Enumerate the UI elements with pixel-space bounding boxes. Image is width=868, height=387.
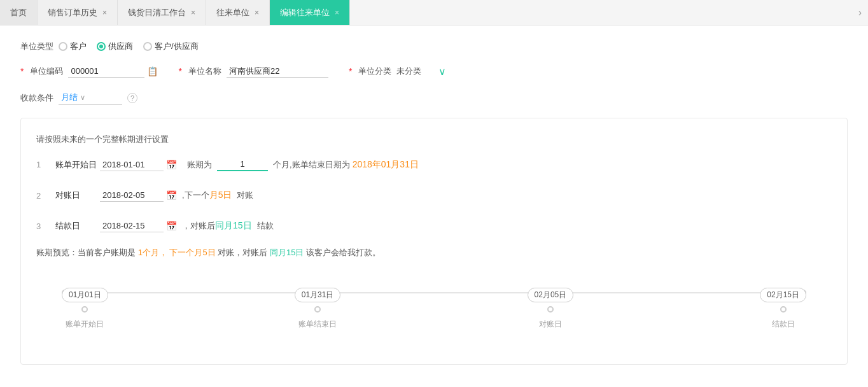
preview-text: 账期预览：当前客户账期是 1个月， 下一个月5日 对账，对账后 同月15日 该客… <box>36 245 832 260</box>
unit-name-input[interactable] <box>227 65 328 78</box>
tab-bar: 首页 销售订单历史 × 钱货日清工作台 × 往来单位 × 编辑往来单位 × › <box>0 0 868 25</box>
period-row3-after: 结款 <box>257 220 274 232</box>
unit-name-label: 单位名称 <box>188 66 221 77</box>
preview-part2: 下一个月5日 <box>169 248 215 257</box>
payment-terms-chevron: ∨ <box>80 94 85 102</box>
period-row-2: 2 对账日 📅 ,下一个 月5日 对账 <box>36 189 832 202</box>
timeline-badge-4: 02月15日 <box>760 288 806 302</box>
timeline-label-2: 账单结束日 <box>298 319 337 330</box>
timeline-nodes: 01月01日 账单开始日 01月31日 账单结束日 02月05日 对账日 <box>36 288 832 330</box>
unit-code-label: 单位编码 <box>30 66 63 77</box>
preview-label: 账期预览：当前客户账期是 <box>36 248 136 257</box>
period-label-3: 结款日 <box>55 220 100 232</box>
preview-part1: 1个月， <box>138 248 167 257</box>
unit-code-input-wrap: 📋 <box>68 65 158 78</box>
timeline-badge-3: 02月05日 <box>528 288 574 302</box>
unit-class-value: 未分类 <box>396 66 435 77</box>
period-months-input[interactable] <box>217 158 268 171</box>
period-date-2-icon[interactable]: 📅 <box>166 190 177 201</box>
period-date-3-icon[interactable]: 📅 <box>166 221 177 231</box>
radio-customer[interactable]: 客户 <box>59 41 87 52</box>
period-date-3-wrap: 📅 <box>100 220 177 232</box>
period-date-1-input[interactable] <box>100 158 164 171</box>
timeline-label-3: 对账日 <box>539 319 562 330</box>
payment-terms-label: 收款条件 <box>20 92 53 104</box>
close-tab-edit-partner[interactable]: × <box>335 8 339 17</box>
unit-name-group: * 单位名称 <box>178 65 328 78</box>
radio-customer-circle <box>59 42 67 51</box>
period-row2-after: 对账 <box>237 190 253 201</box>
name-required: * <box>178 66 181 76</box>
period-label-1: 账单开始日 <box>55 159 100 171</box>
unit-class-group: * 单位分类 未分类 ∨ <box>349 66 446 78</box>
unit-class-select-group: 未分类 ∨ <box>396 66 446 78</box>
period-date-1-wrap: 📅 <box>100 158 177 171</box>
timeline-node-3: 02月05日 对账日 <box>528 288 574 330</box>
timeline-label-4: 结款日 <box>772 319 795 330</box>
period-label-2: 对账日 <box>55 190 100 201</box>
period-date-2-wrap: 📅 <box>100 189 177 202</box>
unit-type-row: 单位类型 客户 供应商 客户/供应商 <box>20 41 848 52</box>
preview-middle: 对账，对账后 <box>218 248 267 257</box>
unit-code-group: * 单位编码 📋 <box>20 65 158 78</box>
tab-partner-unit[interactable]: 往来单位 × <box>206 0 270 25</box>
class-required: * <box>349 66 352 76</box>
period-desc-after-1: 个月,账单结束日期为 <box>273 159 350 171</box>
unit-type-group: 单位类型 客户 供应商 客户/供应商 <box>20 41 199 52</box>
period-row-1: 1 账单开始日 📅 账期为 个月,账单结束日期为 2018年01月31日 <box>36 158 832 171</box>
tab-more-button[interactable]: › <box>852 0 868 25</box>
code-required: * <box>20 66 24 76</box>
timeline-node-4: 02月15日 结款日 <box>760 288 806 330</box>
main-content: 单位类型 客户 供应商 客户/供应商 * 单位编码 <box>0 25 868 387</box>
timeline-badge-1: 01月01日 <box>62 288 108 302</box>
preview-suffix: 该客户会给我打款。 <box>306 248 381 257</box>
payment-terms-group: 收款条件 月结 ∨ ? <box>20 90 137 105</box>
radio-supplier[interactable]: 供应商 <box>97 41 133 52</box>
period-date-1-icon[interactable]: 📅 <box>166 160 177 170</box>
period-date-2-input[interactable] <box>100 189 164 202</box>
radio-supplier-circle <box>97 42 106 51</box>
timeline-dot-4 <box>780 306 787 313</box>
period-row3-highlight: 同月15日 <box>215 220 252 232</box>
timeline-node-1: 01月01日 账单开始日 <box>62 288 108 330</box>
payment-terms-row: 收款条件 月结 ∨ ? <box>20 90 848 105</box>
close-tab-cash-work[interactable]: × <box>191 8 195 17</box>
unit-class-label: 单位分类 <box>358 66 391 77</box>
timeline-badge-2: 01月31日 <box>295 288 341 302</box>
preview-part3: 同月15日 <box>270 248 304 257</box>
period-row3-before: ，对账后 <box>182 220 215 232</box>
period-panel: 请按照未来的一个完整帐期进行设置 1 账单开始日 📅 账期为 个月,账单结束日期… <box>20 118 848 365</box>
payment-terms-help[interactable]: ? <box>127 93 137 103</box>
unit-code-input[interactable] <box>68 65 144 78</box>
tab-sales-history[interactable]: 销售订单历史 × <box>38 0 118 25</box>
unit-code-icon[interactable]: 📋 <box>147 66 158 76</box>
tab-edit-partner[interactable]: 编辑往来单位 × <box>270 0 350 25</box>
period-end-date: 2018年01月31日 <box>353 159 419 171</box>
period-num-2: 2 <box>36 191 55 201</box>
radio-both[interactable]: 客户/供应商 <box>143 41 199 52</box>
close-tab-sales-history[interactable]: × <box>102 8 107 17</box>
timeline-node-2: 01月31日 账单结束日 <box>295 288 341 330</box>
preview-section: 账期预览：当前客户账期是 1个月， 下一个月5日 对账，对账后 同月15日 该客… <box>36 245 832 349</box>
unit-class-dropdown-icon[interactable]: ∨ <box>438 66 446 78</box>
close-tab-partner-unit[interactable]: × <box>255 8 259 17</box>
timeline-dot-2 <box>314 306 321 313</box>
period-num-1: 1 <box>36 160 55 169</box>
tab-cash-work[interactable]: 钱货日清工作台 × <box>118 0 206 25</box>
timeline: 01月01日 账单开始日 01月31日 账单结束日 02月05日 对账日 <box>36 275 832 349</box>
period-row-3: 3 结款日 📅 ，对账后 同月15日 结款 <box>36 220 832 232</box>
timeline-dot-3 <box>547 306 554 313</box>
period-desc-before-1: 账期为 <box>187 159 212 171</box>
period-row2-highlight: 月5日 <box>209 190 232 201</box>
unit-type-label: 单位类型 <box>20 41 53 52</box>
payment-terms-value: 月结 <box>61 92 78 103</box>
timeline-dot-1 <box>81 306 88 313</box>
panel-hint: 请按照未来的一个完整帐期进行设置 <box>36 134 832 145</box>
period-date-3-input[interactable] <box>100 220 164 232</box>
payment-terms-select[interactable]: 月结 ∨ <box>59 90 122 105</box>
unit-info-row: * 单位编码 📋 * 单位名称 * 单位分类 未分类 ∨ <box>20 65 848 78</box>
tab-home[interactable]: 首页 <box>0 0 38 25</box>
period-row2-before: ,下一个 <box>182 190 209 201</box>
period-num-3: 3 <box>36 222 55 231</box>
timeline-label-1: 账单开始日 <box>66 319 104 330</box>
